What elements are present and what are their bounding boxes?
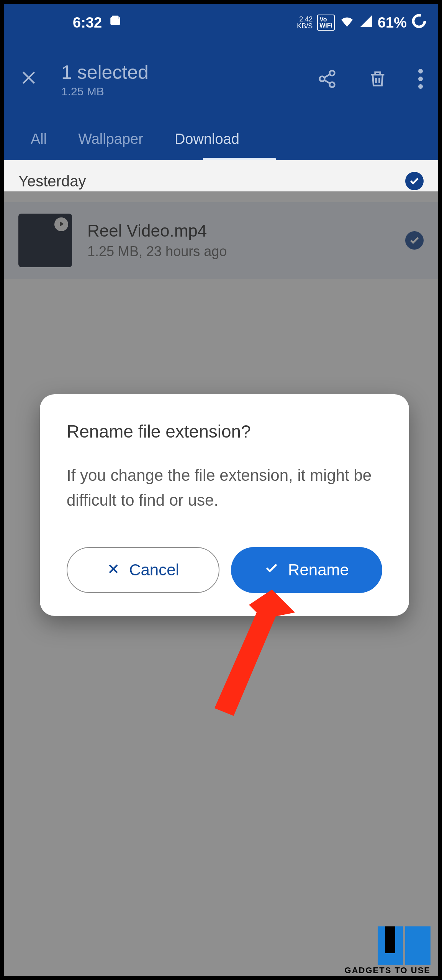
signal-icon [359, 14, 373, 31]
svg-point-4 [330, 70, 335, 75]
loading-spinner-icon [411, 13, 427, 32]
select-all-icon[interactable] [405, 172, 424, 190]
cancel-button[interactable]: Cancel [67, 547, 219, 593]
section-label: Yesterday [18, 173, 86, 190]
vowifi-badge: Vo WiFi [317, 15, 335, 31]
cancel-label: Cancel [129, 561, 179, 579]
screen: 6:32 2.42 KB/S Vo WiFi [4, 4, 438, 976]
battery-label: 61% [378, 15, 407, 31]
svg-point-3 [413, 15, 425, 27]
watermark-text: GADGETS TO USE [345, 965, 431, 975]
svg-rect-2 [112, 16, 119, 19]
selection-count: 1 selected [61, 61, 294, 83]
more-icon[interactable] [418, 69, 423, 90]
category-tabs: All Wallpaper Download [4, 118, 438, 160]
rename-dialog: Rename file extension? If you change the… [40, 394, 409, 616]
status-time: 6:32 [73, 15, 102, 31]
svg-point-6 [330, 82, 335, 87]
network-speed: 2.42 KB/S [297, 16, 313, 29]
rename-label: Rename [288, 561, 349, 579]
tab-download[interactable]: Download [175, 131, 239, 147]
status-bar: 6:32 2.42 KB/S Vo WiFi [4, 4, 438, 41]
dialog-title: Rename file extension? [67, 421, 382, 442]
watermark: GADGETS TO USE [345, 926, 431, 975]
screenshot-icon [109, 15, 122, 31]
check-icon [264, 561, 279, 579]
svg-point-7 [418, 69, 423, 74]
tab-wallpaper[interactable]: Wallpaper [78, 131, 143, 147]
selection-app-bar: 1 selected 1.25 MB [4, 41, 438, 118]
share-icon[interactable] [317, 69, 337, 90]
selection-size: 1.25 MB [61, 85, 294, 98]
phone-frame: 6:32 2.42 KB/S Vo WiFi [0, 0, 442, 980]
rename-button[interactable]: Rename [231, 547, 382, 593]
close-icon [107, 561, 120, 579]
delete-icon[interactable] [368, 69, 388, 90]
svg-point-9 [418, 84, 423, 89]
svg-point-5 [320, 77, 325, 82]
tab-all[interactable]: All [31, 131, 47, 147]
svg-point-8 [418, 77, 423, 81]
wifi-icon [339, 13, 355, 32]
tab-indicator [203, 158, 276, 160]
close-selection-button[interactable] [19, 67, 38, 92]
dialog-body: If you change the file extension, it mig… [67, 463, 382, 513]
